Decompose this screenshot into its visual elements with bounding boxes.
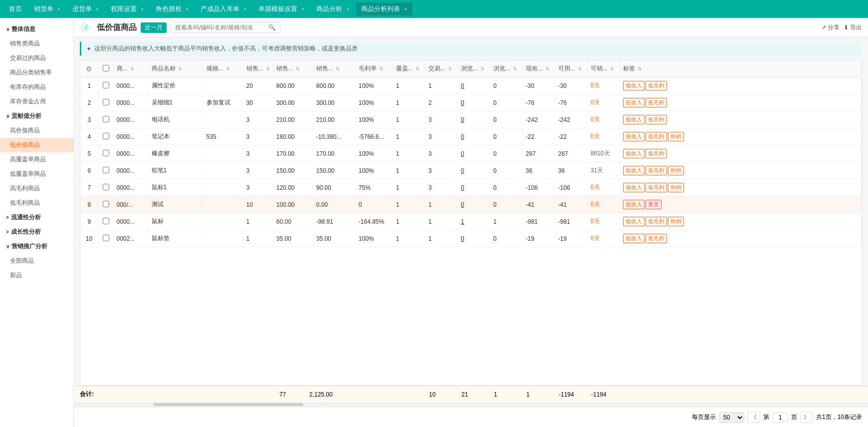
cell-name[interactable]: 笔记本 [148,128,203,145]
nav-analysis-list[interactable]: 商品分析列表 × [356,2,412,15]
cell-name[interactable]: 吴细细1 [148,94,203,111]
cell-views1[interactable]: 0 [457,196,490,213]
row-checkbox[interactable] [103,167,109,173]
cell-views1[interactable]: 0 [457,145,490,162]
search-input[interactable] [175,24,266,31]
nav-sales-close[interactable]: × [57,6,60,12]
sidebar-item-new-products[interactable]: 新品 [0,268,73,283]
col-views1[interactable]: 浏览... ⇅ [457,60,490,77]
sidebar-section-contribution[interactable]: ∨ 贡献值分析 [0,109,73,123]
row-checkbox[interactable] [103,82,109,88]
sidebar-item-stock-capital[interactable]: 库存资金占用 [0,94,73,109]
col-current[interactable]: 现有... ⇅ [522,60,555,77]
share-button[interactable]: ↗ 分享 [821,23,840,32]
row-checkbox[interactable] [103,99,109,105]
cell-name[interactable]: 鼠标 [148,213,203,230]
per-page-select[interactable]: 50 100 200 [719,412,744,423]
cell-name[interactable]: 铅笔1 [148,162,203,179]
nav-permissions-close[interactable]: × [141,6,144,12]
col-coverage[interactable]: 覆盖... ⇅ [393,60,425,77]
nav-analysis[interactable]: 商品分析 × [311,2,354,15]
views1-link[interactable]: 0 [461,133,464,140]
cell-views1[interactable]: 0 [457,111,490,128]
views1-link[interactable]: 0 [461,184,464,191]
sidebar-item-high-value[interactable]: 高价值商品 [0,123,73,138]
col-name[interactable]: 商品名称 ⇅ [148,60,203,77]
sidebar-item-high-coverage[interactable]: 高覆盖率商品 [0,152,73,167]
nav-permissions[interactable]: 权限设置 × [106,2,149,15]
nav-template-close[interactable]: × [301,6,304,12]
col-tags[interactable]: 标签 ⇅ [620,60,861,77]
row-checkbox[interactable] [103,184,109,190]
views1-link[interactable]: 0 [461,82,464,89]
col-spec[interactable]: 规格... ⇅ [203,60,243,77]
col-gear[interactable]: ⚙ [80,60,98,77]
cell-name[interactable]: 鼠标1 [148,179,203,196]
cell-views1[interactable]: 0 [457,179,490,196]
col-available[interactable]: 可用... ⇅ [555,60,587,77]
select-all-checkbox[interactable] [103,65,109,71]
nav-home[interactable]: 首页 [4,2,27,15]
col-margin-rate[interactable]: 毛利率 ⇅ [355,60,393,77]
cell-name[interactable]: 电话机 [148,111,203,128]
sidebar-item-traded[interactable]: 交易过的商品 [0,51,73,65]
nav-analysis-list-close[interactable]: × [404,6,407,12]
col-sale-amount[interactable]: 销售... ⇅ [273,60,313,77]
row-checkbox[interactable] [103,201,109,207]
cell-views1[interactable]: 0 [457,162,490,179]
col-saleable[interactable]: 可销... ⇅ [587,60,620,77]
sidebar-item-low-coverage[interactable]: 低覆盖率商品 [0,167,73,181]
sidebar-collapse-button[interactable]: 《 [80,22,90,32]
cell-name[interactable]: 测试 [148,196,203,213]
col-sale-qty[interactable]: 销售... ⇅ [243,60,273,77]
sidebar-item-sales-products[interactable]: 销售类商品 [0,36,73,51]
next-page-button[interactable]: 》 [800,412,813,423]
first-page-button[interactable]: 《 [747,412,760,423]
views1-link[interactable]: 0 [461,99,464,106]
cell-name[interactable]: 属性定价 [148,77,203,94]
sidebar-item-has-stock[interactable]: 有库存的商品 [0,80,73,94]
period-button[interactable]: 近一月 [141,22,167,33]
sidebar-item-high-margin[interactable]: 高毛利商品 [0,181,73,196]
gear-icon[interactable]: ⚙ [86,65,92,73]
col-sale-price[interactable]: 销售... ⇅ [313,60,355,77]
sidebar-item-category-rate[interactable]: 商品分类销售率 [0,65,73,80]
col-trade[interactable]: 交易... ⇅ [425,60,457,77]
nav-roles[interactable]: 角色授权 × [151,2,194,15]
row-checkbox[interactable] [103,235,109,241]
cell-views1[interactable]: 0 [457,230,490,247]
cell-name[interactable]: 鼠标垫 [148,230,203,247]
col-code[interactable]: 商... ⇅ [113,60,148,77]
cell-views1[interactable]: 0 [457,94,490,111]
views1-link[interactable]: 0 [461,167,464,174]
views1-link[interactable]: 1 [461,218,464,225]
nav-warehouse[interactable]: 产成品入库单 × [196,2,251,15]
nav-purchase[interactable]: 进货单 × [67,2,104,15]
cell-views1[interactable]: 0 [457,128,490,145]
row-checkbox[interactable] [103,150,109,156]
row-checkbox[interactable] [103,116,109,122]
sidebar-section-flow[interactable]: > 流通性分析 [0,210,73,225]
views1-link[interactable]: 0 [461,235,464,242]
nav-roles-close[interactable]: × [186,6,189,12]
sidebar-item-all-products[interactable]: 全部商品 [0,254,73,268]
views1-link[interactable]: 0 [461,201,464,208]
sidebar-section-marketing[interactable]: ∨ 营销推广分析 [0,239,73,254]
views1-link[interactable]: 0 [461,116,464,123]
nav-purchase-close[interactable]: × [96,6,99,12]
sidebar-item-low-margin[interactable]: 低毛利商品 [0,196,73,210]
nav-template[interactable]: 单据模板设置 × [253,2,309,15]
sidebar-item-low-value[interactable]: 低价值商品 [0,138,73,152]
page-number-input[interactable] [772,413,788,423]
cell-views1[interactable]: 0 [457,77,490,94]
row-checkbox[interactable] [103,133,109,139]
cell-name[interactable]: 橡皮擦 [148,145,203,162]
views1-link[interactable]: 0 [461,150,464,157]
nav-analysis-close[interactable]: × [346,6,349,12]
cell-views1[interactable]: 1 [457,213,490,230]
sidebar-section-growth[interactable]: > 成长性分析 [0,225,73,239]
sidebar-section-overall[interactable]: ∨ 整体信息 [0,22,73,36]
export-button[interactable]: ⬇ 导出 [844,23,862,32]
row-checkbox[interactable] [103,218,109,224]
nav-warehouse-close[interactable]: × [243,6,246,12]
